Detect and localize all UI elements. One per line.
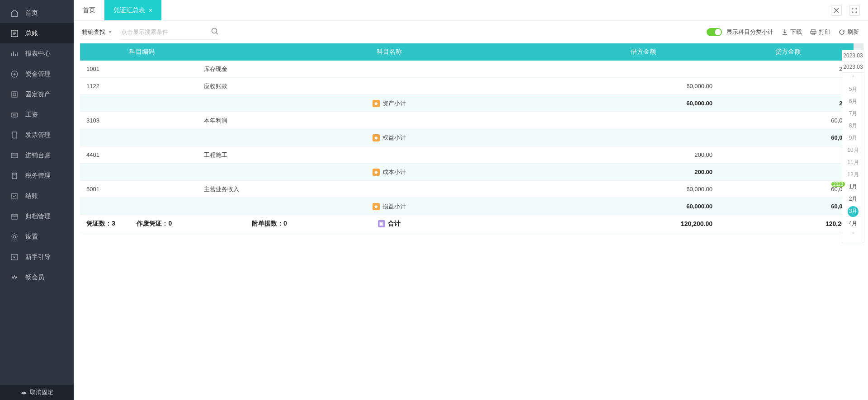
fixed-asset-icon bbox=[10, 90, 19, 99]
print-button[interactable]: 打印 bbox=[810, 28, 830, 36]
salary-icon bbox=[10, 110, 19, 119]
print-icon bbox=[810, 29, 816, 35]
period-month-3: 8月 bbox=[842, 120, 864, 132]
period-end[interactable]: 2023.03 bbox=[842, 61, 864, 73]
sidebar-item-1[interactable]: 总账 bbox=[0, 23, 74, 43]
refresh-label: 刷新 bbox=[847, 28, 859, 36]
sidebar-item-label: 归档管理 bbox=[25, 212, 51, 221]
period-month-1: 6月 bbox=[842, 95, 864, 108]
print-label: 打印 bbox=[819, 28, 830, 36]
period-month-2: 7月 bbox=[842, 108, 864, 120]
td-code: 5001 bbox=[80, 181, 198, 198]
sidebar-item-label: 首页 bbox=[25, 9, 38, 17]
toolbar: 精确查找 ▾ 显示科目分类小计 下载 打印 bbox=[74, 21, 868, 43]
show-subtotal-toggle[interactable] bbox=[707, 28, 722, 36]
chevron-down-icon: ˅ bbox=[852, 231, 855, 238]
archive-icon bbox=[10, 212, 19, 221]
sidebar-item-label: 结账 bbox=[25, 192, 38, 200]
search-icon[interactable] bbox=[211, 27, 219, 37]
td-name: 工程施工 bbox=[198, 146, 574, 163]
sidebar: 首页总账报表中心资金管理固定资产工资发票管理进销台账税务管理结账归档管理设置新手… bbox=[0, 0, 74, 400]
year-chip: 2023 bbox=[831, 182, 845, 187]
table-row[interactable]: 3103本年利润60,000.00 bbox=[80, 112, 863, 129]
precise-search-dropdown[interactable]: 精确查找 ▾ bbox=[81, 25, 112, 39]
chevron-up-icon: ˄ bbox=[852, 75, 855, 81]
td-code bbox=[80, 129, 198, 146]
sidebar-item-label: 固定资产 bbox=[25, 90, 51, 99]
period-month-11[interactable]: 4月 bbox=[842, 217, 864, 230]
search-box bbox=[120, 24, 220, 40]
td-total-meta: 凭证数：3 作废凭证：0 bbox=[80, 215, 198, 232]
table-header: 科目编码 科目名称 借方金额 贷方金额 bbox=[80, 43, 863, 61]
table-row[interactable]: 1001库存现金200.00 bbox=[80, 61, 863, 78]
period-month-10[interactable]: 3月 bbox=[842, 205, 864, 217]
sidebar-item-3[interactable]: 资金管理 bbox=[0, 64, 74, 84]
sidebar-item-label: 进销台账 bbox=[25, 151, 51, 160]
td-debit bbox=[574, 129, 719, 146]
sidebar-item-6[interactable]: 发票管理 bbox=[0, 125, 74, 145]
close-icon[interactable]: × bbox=[149, 7, 152, 14]
sidebar-item-0[interactable]: 首页 bbox=[0, 3, 74, 23]
sidebar-item-10[interactable]: 归档管理 bbox=[0, 206, 74, 226]
close-icon bbox=[834, 8, 839, 13]
close-tab-button[interactable] bbox=[831, 5, 842, 16]
period-month-8[interactable]: 20231月 bbox=[842, 181, 864, 193]
chevron-down-icon: ▾ bbox=[109, 29, 111, 34]
tab-label: 首页 bbox=[83, 6, 95, 14]
svg-point-12 bbox=[212, 28, 217, 33]
table-body: 1001库存现金200.001122应收账款60,000.00◆资产小计60,0… bbox=[80, 61, 863, 232]
th-name: 科目名称 bbox=[198, 43, 574, 61]
td-debit bbox=[574, 112, 719, 129]
sidebar-item-5[interactable]: 工资 bbox=[0, 104, 74, 125]
search-input[interactable] bbox=[121, 28, 204, 35]
td-code bbox=[80, 198, 198, 215]
th-debit: 借方金额 bbox=[574, 43, 719, 61]
td-debit: 200.00 bbox=[574, 146, 719, 163]
sidebar-item-4[interactable]: 固定资产 bbox=[0, 84, 74, 104]
table-subtotal-row: ◆资产小计60,000.00200.00 bbox=[80, 95, 863, 112]
sidebar-unpin-label: 取消固定 bbox=[30, 388, 53, 396]
table-total-row: 凭证数：3 作废凭证：0 附单据数：0▣合计120,200.00120,200.… bbox=[80, 215, 863, 232]
sidebar-item-7[interactable]: 进销台账 bbox=[0, 145, 74, 165]
period-month-7: 12月 bbox=[842, 169, 864, 181]
tab-0[interactable]: 首页 bbox=[74, 0, 104, 20]
sidebar-unpin[interactable]: ◂▸ 取消固定 bbox=[0, 385, 74, 400]
table-subtotal-row: ◆权益小计60,000.00 bbox=[80, 129, 863, 146]
table-subtotal-row: ◆成本小计200.00 bbox=[80, 164, 863, 181]
table-row[interactable]: 4401工程施工200.00 bbox=[80, 146, 863, 164]
period-month-0: 5月 bbox=[842, 83, 864, 95]
voucher-summary-table: 科目编码 科目名称 借方金额 贷方金额 › 1001库存现金200.001122… bbox=[80, 43, 863, 232]
period-month-9[interactable]: 2月 bbox=[842, 193, 864, 205]
sidebar-item-9[interactable]: 结账 bbox=[0, 186, 74, 206]
sidebar-item-12[interactable]: 新手引导 bbox=[0, 247, 74, 267]
tab-1[interactable]: 凭证汇总表× bbox=[104, 0, 161, 20]
td-debit: 60,000.00 bbox=[574, 181, 719, 198]
sidebar-item-11[interactable]: 设置 bbox=[0, 226, 74, 247]
period-scroll-down[interactable]: ˅ bbox=[842, 230, 864, 240]
period-month-5: 10月 bbox=[842, 144, 864, 156]
main: 首页凭证汇总表× 精确查找 ▾ bbox=[74, 0, 868, 400]
svg-rect-3 bbox=[13, 93, 16, 96]
sidebar-item-8[interactable]: 税务管理 bbox=[0, 165, 74, 186]
svg-rect-6 bbox=[11, 153, 18, 158]
table-row[interactable]: 1122应收账款60,000.00 bbox=[80, 78, 863, 95]
table-row[interactable]: 5001主营业务收入60,000.0060,000.00 bbox=[80, 181, 863, 198]
refresh-button[interactable]: 刷新 bbox=[839, 28, 859, 36]
svg-point-10 bbox=[13, 235, 16, 238]
tax-icon bbox=[10, 171, 19, 180]
sidebar-item-13[interactable]: 畅会员 bbox=[0, 267, 74, 287]
td-name: ◆资产小计 bbox=[198, 95, 574, 112]
show-subtotal-toggle-wrap: 显示科目分类小计 bbox=[707, 28, 774, 36]
sidebar-item-2[interactable]: 报表中心 bbox=[0, 43, 74, 64]
period-scroll-up[interactable]: ˄ bbox=[842, 73, 864, 83]
td-code: 1122 bbox=[80, 78, 198, 94]
period-start[interactable]: 2023.03 bbox=[842, 50, 864, 61]
sidebar-item-label: 资金管理 bbox=[25, 70, 51, 78]
download-button[interactable]: 下载 bbox=[782, 28, 802, 36]
fullscreen-icon bbox=[852, 8, 857, 13]
td-debit: 60,000.00 bbox=[574, 198, 719, 215]
td-code: 3103 bbox=[80, 112, 198, 129]
td-debit: 60,000.00 bbox=[574, 95, 719, 112]
fullscreen-button[interactable] bbox=[849, 5, 860, 16]
download-icon bbox=[782, 29, 788, 35]
